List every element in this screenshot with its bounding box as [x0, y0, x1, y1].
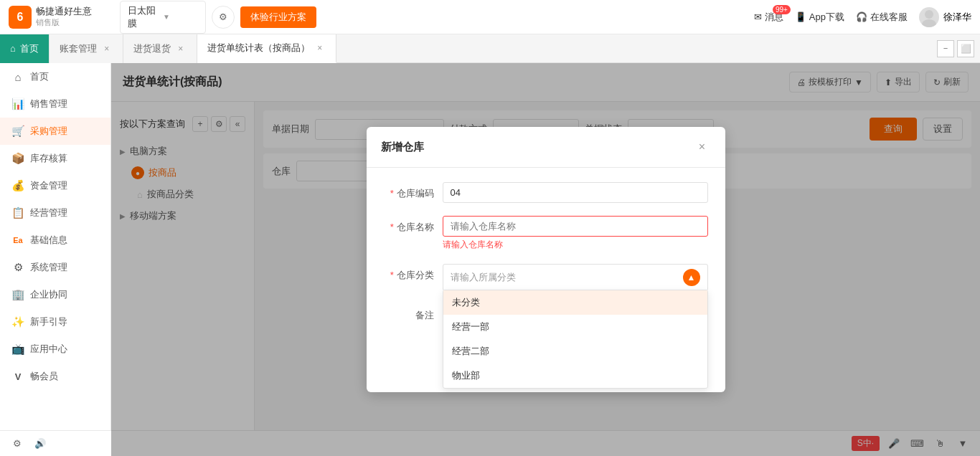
sidebar-item-sales[interactable]: 📊 销售管理: [0, 90, 110, 118]
category-placeholder: 请输入所属分类: [451, 271, 516, 284]
sidebar-item-member[interactable]: V 畅会员: [0, 363, 110, 390]
user-area[interactable]: 徐泽华: [919, 7, 971, 27]
tab-close-icon[interactable]: ×: [175, 43, 187, 54]
header-middle: 日太阳膜 ▼ ⚙ 体验行业方案: [120, 1, 754, 34]
category-dropdown-list: 未分类 经营一部 经营二部 物业部: [443, 290, 708, 389]
sidebar-item-operation[interactable]: 📋 经营管理: [0, 199, 110, 227]
code-label: 仓库编码: [384, 182, 434, 200]
sidebar-item-enterprise[interactable]: 🏢 企业协同: [0, 281, 110, 308]
name-input[interactable]: [443, 216, 708, 237]
content-area: 进货单统计(按商品) 🖨 按模板打印 ▼ ⬆ 导出 ↻ 刷新: [111, 63, 980, 456]
name-field-wrap: 请输入仓库名称: [443, 216, 708, 251]
modal-overlay: 新增仓库 × 仓库编码 仓库名称: [111, 63, 980, 456]
sidebar: ⌂ 首页 📊 销售管理 🛒 采购管理 📦 库存核算 💰 资金管理 📋 经营管理 …: [0, 63, 111, 456]
name-label: 仓库名称: [384, 216, 434, 234]
apps-icon: 📺: [11, 343, 24, 356]
bottom-settings-icon[interactable]: ⚙: [9, 435, 26, 452]
form-row-name: 仓库名称 请输入仓库名称: [384, 216, 708, 251]
basic-info-icon: Ea: [11, 234, 24, 247]
store-selector[interactable]: 日太阳膜 ▼: [120, 1, 206, 34]
form-row-category: 仓库分类 请输入所属分类 ▲ 未分类 经营一部 经营二部 物业部: [384, 264, 708, 291]
tab-close-icon[interactable]: ×: [101, 43, 113, 54]
member-icon: V: [11, 370, 24, 383]
online-service-button[interactable]: 🎧 在线客服: [856, 11, 908, 24]
system-icon: ⚙: [11, 261, 24, 274]
svg-point-1: [922, 19, 936, 27]
tab-right-buttons: － ⬜: [937, 40, 980, 57]
sales-icon: 📊: [11, 98, 24, 110]
header-right: ✉ 消息 99+ 📱 App下载 🎧 在线客服 徐泽华: [754, 7, 971, 27]
dropdown-arrow-icon: ▼: [163, 13, 198, 21]
form-row-code: 仓库编码: [384, 182, 708, 203]
sidebar-item-finance[interactable]: 💰 资金管理: [0, 172, 110, 199]
sidebar-item-guide[interactable]: ✨ 新手引导: [0, 308, 110, 336]
code-field-wrap: [443, 182, 708, 203]
sidebar-item-apps[interactable]: 📺 应用中心: [0, 336, 110, 363]
user-avatar: [919, 7, 939, 27]
sidebar-item-purchase[interactable]: 🛒 采购管理: [0, 118, 110, 145]
message-badge: 99+: [773, 5, 791, 14]
message-icon: ✉: [754, 11, 762, 22]
finance-icon: 💰: [11, 179, 24, 192]
dropdown-item-dept3[interactable]: 物业部: [443, 364, 707, 388]
trial-button[interactable]: 体验行业方案: [240, 6, 316, 28]
dropdown-item-dept1[interactable]: 经营一部: [443, 315, 707, 339]
tab-purchase-return[interactable]: 进货退货 ×: [123, 34, 197, 63]
modal-header: 新增仓库 ×: [367, 127, 725, 168]
tab-bar: ⌂ 首页 账套管理 × 进货退货 × 进货单统计表（按商品） × － ⬜: [0, 34, 980, 63]
purchase-icon: 🛒: [11, 125, 24, 138]
message-button[interactable]: ✉ 消息 99+: [754, 11, 783, 24]
settings-button[interactable]: ⚙: [212, 6, 235, 29]
app-download-button[interactable]: 📱 App下载: [795, 11, 844, 24]
logo-area: 6 畅捷通好生意 销售版: [9, 6, 120, 29]
top-header: 6 畅捷通好生意 销售版 日太阳膜 ▼ ⚙ 体验行业方案 ✉ 消息 99+ 📱 …: [0, 0, 980, 34]
enterprise-icon: 🏢: [11, 288, 24, 301]
tab-close-icon[interactable]: ×: [314, 42, 326, 54]
main-layout: ⌂ 首页 📊 销售管理 🛒 采购管理 📦 库存核算 💰 资金管理 📋 经营管理 …: [0, 63, 980, 456]
close-icon: ×: [699, 141, 705, 153]
phone-icon: 📱: [795, 11, 806, 22]
dropdown-item-dept2[interactable]: 经营二部: [443, 339, 707, 364]
notes-label: 备注: [384, 304, 434, 322]
bottom-left: ⚙ 🔊: [9, 435, 49, 452]
category-field-wrap: 请输入所属分类 ▲ 未分类 经营一部 经营二部 物业部: [443, 264, 708, 291]
tab-minimize-button[interactable]: －: [937, 40, 954, 57]
home-icon: ⌂: [10, 43, 16, 54]
category-dropdown[interactable]: 请输入所属分类 ▲: [443, 264, 708, 291]
sidebar-item-home[interactable]: ⌂ 首页: [0, 63, 110, 90]
tab-purchase-stats[interactable]: 进货单统计表（按商品） ×: [197, 34, 336, 63]
dropdown-item-uncategorized[interactable]: 未分类: [443, 290, 707, 315]
logo-text: 畅捷通好生意 销售版: [36, 6, 92, 29]
home-sidebar-icon: ⌂: [11, 70, 24, 83]
guide-icon: ✨: [11, 315, 24, 328]
new-warehouse-modal: 新增仓库 × 仓库编码 仓库名称: [367, 127, 725, 392]
sidebar-item-system[interactable]: ⚙ 系统管理: [0, 254, 110, 281]
stock-icon: 📦: [11, 152, 24, 165]
gear-icon: ⚙: [219, 11, 227, 22]
logo-icon: 6: [9, 6, 32, 29]
modal-title: 新增仓库: [381, 141, 424, 154]
tab-home[interactable]: ⌂ 首页: [0, 34, 50, 63]
svg-point-0: [925, 10, 933, 19]
tab-maximize-button[interactable]: ⬜: [957, 40, 974, 57]
name-error-msg: 请输入仓库名称: [443, 239, 708, 251]
sidebar-item-stock[interactable]: 📦 库存核算: [0, 145, 110, 172]
bottom-sound-icon[interactable]: 🔊: [32, 435, 49, 452]
modal-close-button[interactable]: ×: [694, 138, 711, 156]
tab-accounts[interactable]: 账套管理 ×: [50, 34, 123, 63]
modal-body: 仓库编码 仓库名称 请输入仓库名称: [367, 168, 725, 352]
operation-icon: 📋: [11, 206, 24, 219]
category-arrow-icon: ▲: [683, 269, 700, 286]
headset-icon: 🎧: [856, 11, 867, 22]
username: 徐泽华: [943, 11, 971, 24]
code-input[interactable]: [443, 182, 708, 203]
sidebar-item-basic[interactable]: Ea 基础信息: [0, 227, 110, 254]
category-label: 仓库分类: [384, 264, 434, 282]
